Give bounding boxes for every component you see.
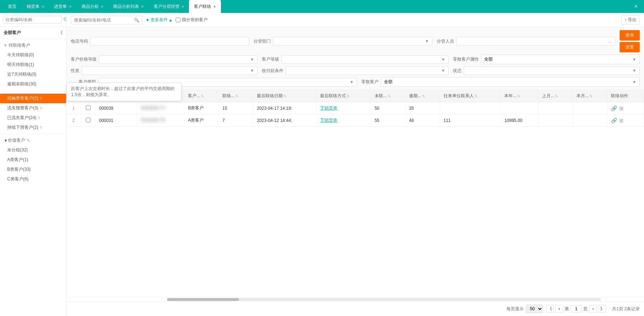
sidebar-item-c-class[interactable]: C类客户(6) [0,174,66,184]
query-button[interactable]: 查询 [620,30,640,41]
status-select[interactable]: ▼ [464,66,640,75]
nav-customer-segment[interactable]: 客户分层经营 × [149,0,189,13]
sort-method-icon[interactable]: ⇅ [347,94,349,98]
export-button[interactable]: ↑ 导出 [621,15,640,25]
sidebar-all-customers[interactable]: 全部客户 《 [0,27,66,39]
advanced-filters: 电话号码 分管部门 ▼ 分管人员 … [66,27,644,90]
sidebar-item-today[interactable]: 今天待联络(0) [0,50,66,60]
nav-customer-contact[interactable]: 客户联络 × [189,0,221,13]
sort-this-year-icon[interactable]: ⇅ [517,94,520,98]
close-product-analysis-list[interactable]: × [141,4,143,9]
dept-arrow-icon: ▼ [425,39,429,44]
row2-checkbox[interactable] [81,114,95,127]
sidebar-item-a-class[interactable]: A类客户(1) [0,155,66,165]
scroll-thumb[interactable] [167,298,239,301]
sort-last-month-icon[interactable]: ⇅ [555,94,558,98]
nav-sales-order[interactable]: 销货单 × [22,0,49,13]
settings-button[interactable]: 设置 [620,42,640,52]
per-page-selector: 每页显示 50 [506,305,543,313]
sidebar-item-unclassified[interactable]: 未分组(32) [0,145,66,155]
filter-row-3: 性质 ▼ 收付款条件 ▼ 状态 [71,66,640,75]
th-this-month: 本月...⇅ [573,90,607,102]
person-select[interactable]: … [456,37,615,46]
prev-page-btn[interactable]: ‹ [555,305,563,313]
phone-input[interactable] [90,37,249,46]
person-filter: 分管人员 … [437,37,615,46]
sort-overdue-icon[interactable]: ⇅ [422,94,425,98]
help-icon-3[interactable]: ? [38,116,40,120]
search-input[interactable] [74,18,134,23]
nav-product-analysis-list[interactable]: 商品分析列表 × [108,0,148,13]
close-customer-segment[interactable]: × [182,4,184,9]
sidebar-item-tomorrow[interactable]: 明天待联络(1) [0,60,66,70]
close-purchase-order[interactable]: × [69,4,71,9]
sidebar-value-group-title[interactable]: ▼ 价值客户 ✎ [0,136,66,145]
sidebar-item-b-class[interactable]: B类客户(33) [0,165,66,174]
sidebar-collapse-btn[interactable]: 《 [58,30,62,36]
row2-last-month [538,114,573,127]
sort-this-month-icon[interactable]: ⇅ [589,94,592,98]
row1-link-icon[interactable]: 🔗 [611,105,617,111]
sort-contact-icon[interactable]: ⇅ [235,94,238,98]
sidebar-item-overdue[interactable]: 逾期未联络(30) [0,79,66,89]
row1-last-method[interactable]: 下销货单 [316,102,371,114]
close-sales-order[interactable]: × [42,4,44,9]
row1-contact: 15 [219,102,253,114]
dept-select[interactable]: ▼ [273,37,432,46]
retail-attr-select[interactable]: 全部 ▼ [481,55,640,64]
search-icon[interactable]: 🔍 [134,18,139,23]
row1-grid-icon[interactable]: ⊞ [619,105,624,111]
sidebar-search-input[interactable] [3,16,62,24]
nav-purchase-order[interactable]: 进货单 × [49,0,76,13]
sidebar-search-icon[interactable]: 🔍 [63,17,66,22]
row2-link-icon[interactable]: 🔗 [611,118,617,123]
row2-last-method[interactable]: 下销货单 [316,114,371,127]
page-number-input[interactable] [570,305,582,312]
my-customers-filter: 我分管的客户 [176,17,208,23]
sort-type-icon[interactable]: ⇅ [201,94,204,98]
row1-check[interactable] [86,105,91,110]
table-row: 2 000031 李某某客户B A类客户 7 2023-04-12 14:44:… [66,114,644,127]
last-page-btn[interactable]: 》 [598,305,606,313]
row1-checkbox[interactable] [81,102,95,114]
row2-grid-icon[interactable]: ⊞ [619,118,624,123]
payment-select[interactable]: ▼ [286,66,449,75]
sidebar-pending-contact-title[interactable]: ▼ 待联络客户 [0,41,66,50]
help-icon-1[interactable]: ? [40,96,42,101]
next-page-btn[interactable]: › [589,305,597,313]
sort-not-contacted-icon[interactable]: ⇅ [388,94,390,98]
sort-date-icon[interactable]: ⇅ [283,94,286,98]
person-arrow-icon: … [608,39,612,44]
help-icon-2[interactable]: ? [40,106,42,110]
close-product-analysis[interactable]: × [101,4,103,9]
sidebar-item-churned[interactable]: 已流失客户(24) ? [0,113,66,123]
first-page-btn[interactable]: 《 [546,305,554,313]
sidebar-item-repurchase-abnormal[interactable]: 回购异常客户(2) ? [0,94,66,103]
customer-grade-select[interactable]: ▼ [281,55,449,64]
right-content: 🔍 ▼ 更多条件 ▲ 我分管的客户 ↑ 导出 电话号码 [66,13,644,316]
filter-icon: ▼ [145,18,150,23]
status-arrow-icon: ▼ [632,68,636,73]
my-customers-checkbox[interactable] [176,18,180,22]
row2-check[interactable] [86,118,91,122]
gender-select[interactable]: ▼ [82,66,258,75]
sort-contact-person-icon[interactable]: ⇅ [474,94,477,98]
price-grade-filter: 客户价格等级 ▼ [71,55,258,64]
nav-product-analysis[interactable]: 商品分析 × [77,0,108,13]
sidebar-item-churn-warning[interactable]: 流失预警客户(3) ? [0,103,66,113]
sidebar-item-declining[interactable]: 持续下滑客户(2) ? [0,123,66,132]
close-all-tabs[interactable]: × [631,3,641,10]
nav-home[interactable]: 首页 [3,0,22,13]
value-group-edit-icon[interactable]: ✎ [27,138,30,143]
more-conditions-btn[interactable]: ▼ 更多条件 ▲ [145,17,173,23]
row2-contact-person: 111 [440,114,501,127]
table-footer: 每页显示 50 《 ‹ 第 页 › 》 共1页 2条记录 [66,301,644,316]
gender-filter: 性质 ▼ [71,66,258,75]
close-customer-contact[interactable]: × [213,4,216,9]
horizontal-scrollbar[interactable] [66,297,644,301]
price-grade-select[interactable]: ▼ [99,55,258,64]
retail-customer-select[interactable]: 全部 ▼ [381,77,640,87]
sidebar-item-7days[interactable]: 近7天待联络(0) [0,70,66,79]
per-page-select[interactable]: 50 [526,305,543,313]
help-icon-4[interactable]: ? [40,126,42,130]
